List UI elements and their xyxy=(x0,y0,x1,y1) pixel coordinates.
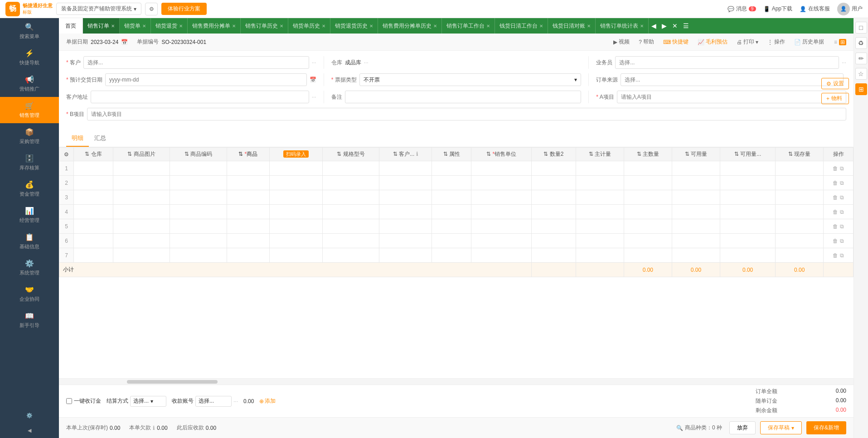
row-action[interactable]: 🗑⧉ xyxy=(824,176,853,190)
tab-close-icon[interactable]: ✕ xyxy=(486,24,490,29)
tab-close-icon[interactable]: ✕ xyxy=(433,24,437,29)
col-setting[interactable]: ⚙ xyxy=(59,148,74,161)
tab-detail[interactable]: 明细 xyxy=(66,130,89,147)
table-cell[interactable] xyxy=(379,176,432,190)
table-cell[interactable] xyxy=(776,176,824,190)
tab-close-all-button[interactable]: ✕ xyxy=(669,22,680,29)
table-cell[interactable] xyxy=(624,248,672,263)
table-cell[interactable] xyxy=(471,248,532,263)
table-cell[interactable] xyxy=(113,176,170,190)
table-cell[interactable] xyxy=(672,219,720,234)
settings-side-button[interactable]: ⚙ 设置 xyxy=(821,78,849,89)
table-cell[interactable] xyxy=(532,248,576,263)
calendar-icon[interactable]: 📅 xyxy=(310,77,316,83)
table-cell[interactable] xyxy=(322,248,379,263)
sidebar-item-quick[interactable]: ⚡ 快捷导航 xyxy=(0,44,59,71)
tab-sales-order[interactable]: 销售订单 ✕ xyxy=(83,18,120,34)
tab-receivable-workbench[interactable]: 钱货日清工作台 ✕ xyxy=(495,18,548,34)
copy-icon[interactable]: ⧉ xyxy=(840,252,844,259)
sidebar-item-basic[interactable]: 📋 基础信息 xyxy=(0,228,59,255)
tab-sales-stats[interactable]: 销售订单统计表 ✕ xyxy=(596,18,649,34)
invoice-type-select[interactable]: 不开票 ▾ xyxy=(359,73,582,86)
table-cell[interactable] xyxy=(322,161,379,176)
table-cell[interactable] xyxy=(576,161,624,176)
table-cell[interactable] xyxy=(624,161,672,176)
table-cell[interactable] xyxy=(432,248,471,263)
panel-btn-4[interactable]: ☆ xyxy=(855,68,867,80)
table-cell[interactable] xyxy=(672,176,720,190)
table-cell[interactable] xyxy=(269,219,322,234)
table-cell[interactable] xyxy=(269,190,322,205)
add-button[interactable]: ⊕ 添加 xyxy=(259,397,276,405)
table-cell[interactable] xyxy=(532,161,576,176)
row-action[interactable]: 🗑⧉ xyxy=(824,219,853,234)
table-cell[interactable] xyxy=(113,219,170,234)
table-cell[interactable] xyxy=(379,219,432,234)
save-new-button[interactable]: 保存&新增 xyxy=(806,421,846,434)
sidebar-item-enterprise[interactable]: 🤝 企业协同 xyxy=(0,281,59,307)
discard-button[interactable]: 放弃 xyxy=(729,421,756,434)
customer-input[interactable] xyxy=(83,56,309,69)
b-project-input[interactable] xyxy=(87,108,846,120)
sidebar-item-finance[interactable]: 💰 资金管理 xyxy=(0,176,59,202)
print-button[interactable]: 🖨 打印 ▾ xyxy=(734,37,761,47)
table-cell[interactable] xyxy=(269,234,322,248)
copy-icon[interactable]: ⧉ xyxy=(840,180,844,186)
panel-btn-3[interactable]: ✏ xyxy=(855,53,867,64)
panel-btn-1[interactable]: □ xyxy=(855,22,867,34)
table-cell[interactable] xyxy=(624,190,672,205)
tab-summary[interactable]: 汇总 xyxy=(89,130,112,147)
table-cell[interactable] xyxy=(672,205,720,219)
table-cell[interactable] xyxy=(624,176,672,190)
horizontal-scroll[interactable] xyxy=(59,378,853,385)
table-cell[interactable] xyxy=(432,219,471,234)
table-cell[interactable] xyxy=(379,205,432,219)
table-cell[interactable] xyxy=(170,190,227,205)
table-cell[interactable] xyxy=(576,190,624,205)
delete-icon[interactable]: 🗑 xyxy=(833,165,838,172)
table-cell[interactable] xyxy=(471,219,532,234)
delete-icon[interactable]: 🗑 xyxy=(833,194,838,201)
table-cell[interactable] xyxy=(624,234,672,248)
table-cell[interactable] xyxy=(170,234,227,248)
salesperson-input[interactable] xyxy=(615,56,839,69)
customer-address-input[interactable] xyxy=(91,91,309,103)
table-cell[interactable] xyxy=(379,248,432,263)
system-selector[interactable]: 装备及固定资产辅助管理系统 ▾ xyxy=(56,3,141,15)
table-cell[interactable] xyxy=(432,234,471,248)
table-cell[interactable] xyxy=(170,205,227,219)
table-cell[interactable] xyxy=(672,234,720,248)
table-cell[interactable] xyxy=(776,248,824,263)
table-cell[interactable] xyxy=(624,205,672,219)
table-cell[interactable] xyxy=(776,190,824,205)
tab-close-icon[interactable]: ✕ xyxy=(369,24,373,29)
tab-home[interactable]: 首页 xyxy=(59,18,83,34)
bank-account-select[interactable]: 选择... xyxy=(195,396,232,407)
table-cell[interactable] xyxy=(432,176,471,190)
table-cell[interactable] xyxy=(672,248,720,263)
tab-sales-return[interactable]: 销货单 ✕ xyxy=(120,18,151,34)
table-cell[interactable] xyxy=(170,161,227,176)
shortcut-button[interactable]: ⌨ 快捷键 xyxy=(660,37,691,47)
table-cell[interactable] xyxy=(471,234,532,248)
table-cell[interactable] xyxy=(720,161,776,176)
table-cell[interactable] xyxy=(576,205,624,219)
table-cell[interactable] xyxy=(672,190,720,205)
operations-button[interactable]: ⋮ 操作 xyxy=(765,37,788,47)
table-cell[interactable] xyxy=(379,234,432,248)
delete-icon[interactable]: 🗑 xyxy=(833,238,838,244)
profit-forecast-button[interactable]: 📈 毛利预估 xyxy=(695,37,730,47)
table-cell[interactable] xyxy=(720,190,776,205)
settlement-select[interactable]: 选择... ▾ xyxy=(130,396,166,407)
row-action[interactable]: 🗑⧉ xyxy=(824,248,853,263)
table-cell[interactable] xyxy=(74,248,113,263)
panel-btn-2[interactable]: ♻ xyxy=(855,37,867,49)
address-expand-icon[interactable]: ··· xyxy=(312,94,316,100)
table-cell[interactable] xyxy=(471,176,532,190)
table-cell[interactable] xyxy=(576,176,624,190)
table-cell[interactable] xyxy=(269,176,322,190)
table-cell[interactable] xyxy=(776,234,824,248)
table-cell[interactable] xyxy=(322,190,379,205)
message-button[interactable]: 💬 消息 9 xyxy=(727,5,756,13)
table-cell[interactable] xyxy=(471,190,532,205)
